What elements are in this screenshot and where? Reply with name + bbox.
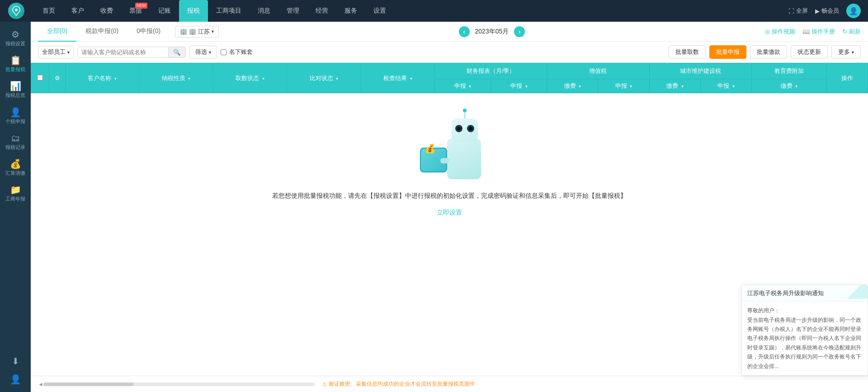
tab-tax-declare[interactable]: 税款申报(0) [76,22,127,42]
toolbar: 全部员工 ▾ 🔍 筛选 ▾ 名下账套 批量取数 批量申报 批量缴款 状态更新 [31,42,868,63]
more-button[interactable]: 更多 ▾ [831,45,861,59]
setup-link[interactable]: 立即设置 [437,209,462,217]
employee-selector-label: 全部员工 [42,48,66,56]
checkbox-account-set[interactable]: 名下账套 [221,48,253,56]
th-financial-declare: 申报 ▾ [434,79,491,93]
robot-antenna [464,112,466,119]
robot-antenna-tip [463,109,467,112]
refresh-icon: ↻ [842,28,847,35]
manual-link[interactable]: 📖 操作手册 [802,28,835,36]
next-month-btn[interactable]: › [514,26,525,37]
video-icon: ◎ [765,28,770,35]
personal-tax-icon: 👤 [10,108,21,117]
region-label: 🏢 江苏 [189,28,210,36]
employee-selector[interactable]: 全部员工 ▾ [38,46,74,58]
account-set-checkbox[interactable] [221,49,226,55]
nav-fee[interactable]: 收费 [92,0,121,22]
sidebar-item-download[interactable]: ⬇ [0,352,31,370]
filter-icon[interactable]: ▾ [525,84,528,89]
fullscreen-btn[interactable]: ⛶ 全屏 [788,7,808,15]
th-tax-type: 纳税性质 ▾ [139,63,213,93]
bottom-bar: ◄ ⚠ 验证账密、采集信息均成功的企业才会流转至批量报税页面中 [31,376,868,392]
nav-business[interactable]: 工商项目 [208,0,250,22]
chevron-down-icon: ▾ [67,50,70,55]
batch-fetch-button[interactable]: 批量取数 [669,45,706,59]
robot-arm [440,158,449,163]
sidebar-item-personal-tax[interactable]: 👤 个税申报 [0,103,31,129]
sidebar-item-settlement[interactable]: 💰 汇算清缴 [0,155,31,181]
avatar[interactable]: 👤 [846,4,861,18]
tax-overview-icon: 📊 [10,81,21,91]
nav-client[interactable]: 客户 [63,0,92,22]
data-table: ⚙ 客户名称 ▾ 纳税性质 ▾ 取数状态 ▾ [31,63,868,244]
filter-icon[interactable]: ▾ [681,84,684,89]
nav-tax[interactable]: 报税 [179,0,208,22]
current-month: 2023年05月 [475,28,509,36]
video-tutorial-link[interactable]: ◎ 操作视频 [765,28,795,36]
nav-invoice[interactable]: 票据 NEW [121,0,150,22]
notification-body: 尊敬的用户： 受当前电子税务局进一步升级的影响，同一个政务网账号（办税人）名下的… [742,301,868,375]
membership-btn[interactable]: ▶ 畅会员 [815,7,839,15]
th-vat-pay: 缴费 ▾ [547,79,598,93]
th-vat: 增值税 [547,63,649,79]
tax-settings-icon: ⚙ [11,30,19,39]
main-layout: ⚙ 报税设置 📋 批量报税 📊 报税总览 👤 个税申报 🗂 报税记录 💰 汇算清… [0,22,868,392]
sidebar-item-tax-record[interactable]: 🗂 报税记录 [0,129,31,155]
search-input[interactable] [78,47,168,57]
filter-icon[interactable]: ▾ [188,76,190,81]
nav-service[interactable]: 服务 [336,0,365,22]
warning-icon: ⚠ [322,381,327,387]
tab-all[interactable]: 全部(0) [38,22,76,42]
empty-state: 💰 [31,93,868,244]
filter-icon[interactable]: ▾ [630,84,632,89]
refresh-link[interactable]: ↻ 刷新 [842,28,861,36]
sidebar-item-batch-tax[interactable]: 📋 批量报税 [0,51,31,77]
tab-zero-declare[interactable]: 0申报(0) [127,22,170,42]
status-update-button[interactable]: 状态更新 [791,45,828,59]
batch-tax-icon: 📋 [10,56,21,65]
filter-icon[interactable]: ▾ [410,76,412,81]
sidebar-item-annual-report[interactable]: 📁 工商年报 [0,181,31,206]
left-arrow-icon: ◄ [38,381,43,387]
logo[interactable] [7,2,25,20]
chevron-down-icon: ▾ [209,50,211,55]
filter-icon[interactable]: ▾ [262,76,264,81]
scroll-indicator[interactable] [43,382,315,386]
nav-manage[interactable]: 管理 [278,0,307,22]
scroll-thumb [43,382,134,386]
filter-icon[interactable]: ▾ [579,84,581,89]
search-button[interactable]: 🔍 [168,47,185,57]
nav-bookkeeping[interactable]: 记账 [150,0,179,22]
tabs-bar: 全部(0) 税款申报(0) 0申报(0) 🏢 🏢 江苏 ▾ ‹ 2023年05月… [31,22,868,42]
sidebar-item-tax-overview[interactable]: 📊 报税总览 [0,77,31,103]
notification-text: 尊敬的用户： [747,306,862,315]
select-all-checkbox[interactable] [37,75,43,81]
filter-icon[interactable]: ▾ [795,84,797,89]
nav-settings[interactable]: 设置 [365,0,394,22]
sidebar-item-user[interactable]: 👤 [0,370,31,388]
manual-icon: 📖 [802,28,810,35]
region-selector[interactable]: 🏢 🏢 江苏 ▾ [175,26,219,38]
nav-home[interactable]: 首页 [34,0,63,22]
new-badge: NEW [135,3,147,9]
filter-icon[interactable]: ▾ [114,76,117,81]
bottom-warning: ⚠ 验证账密、采集信息均成功的企业才会流转至批量报税页面中 [322,380,475,388]
filter-icon[interactable]: ▾ [336,76,338,81]
sidebar-bottom: ⬇ 👤 [0,352,31,392]
nav-message[interactable]: 消息 [250,0,278,22]
batch-declare-button[interactable]: 批量申报 [709,45,746,59]
svg-point-0 [15,9,18,11]
filter-button[interactable]: 筛选 ▾ [189,46,217,58]
toolbar-right: 批量取数 批量申报 批量缴款 状态更新 更多 ▾ [669,45,861,59]
nav-menu: 首页 客户 收费 票据 NEW 记账 报税 工商项目 消息 管理 经营 服务 设… [34,0,788,22]
batch-pay-button[interactable]: 批量缴款 [750,45,787,59]
search-wrapper: 🔍 [77,47,186,58]
tax-record-icon: 🗂 [11,134,20,143]
robot-body [447,139,481,179]
filter-icon[interactable]: ▾ [469,84,471,89]
prev-month-btn[interactable]: ‹ [459,26,470,37]
nav-operation[interactable]: 经营 [307,0,336,22]
sidebar-item-tax-settings[interactable]: ⚙ 报税设置 [0,25,31,51]
filter-icon[interactable]: ▾ [732,84,735,89]
th-city-declare: 申报 ▾ [598,79,649,93]
